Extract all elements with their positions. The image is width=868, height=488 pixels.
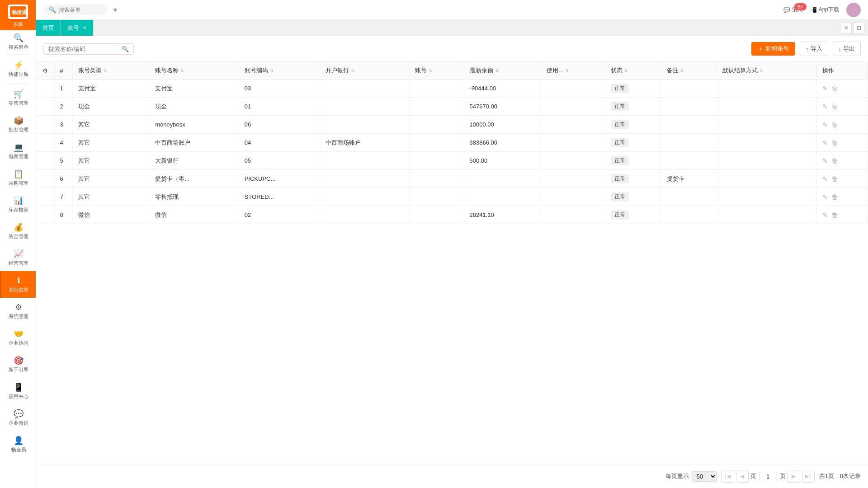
sidebar-item-search[interactable]: 🔍 搜索菜单 (0, 30, 36, 53)
delete-icon[interactable]: 🗑 (831, 175, 838, 183)
delete-icon[interactable]: 🗑 (831, 85, 838, 92)
account-search-icon[interactable]: 🔍 (122, 46, 129, 52)
add-account-button[interactable]: ＋ 新增账号 (751, 42, 795, 56)
tab-home[interactable]: 首页 (36, 20, 61, 36)
row-remark (661, 134, 717, 152)
tab-account[interactable]: 账号 ✕ (61, 20, 94, 36)
sidebar-item-guide[interactable]: 🎯 新手引导 (0, 351, 36, 378)
table-row: 4 其它 中百商场账户 04 中百商场账户 383866.00 正常 ✎ 🗑 (36, 134, 868, 152)
divider (7, 83, 28, 84)
delete-icon[interactable]: 🗑 (831, 103, 838, 110)
wechat-icon: 💬 (14, 409, 24, 419)
th-remark[interactable]: 备注⇅ (661, 62, 717, 80)
next-page-button[interactable]: ▶ (788, 470, 800, 483)
row-index: 5 (54, 152, 72, 170)
first-page-button[interactable]: |◀ (722, 470, 734, 483)
sidebar-item-label: 采购管理 (9, 180, 28, 187)
delete-icon[interactable]: 🗑 (831, 193, 838, 201)
table-header-row: ⚙ # 账号类型⇅ 账号名称⇅ 账号编码⇅ 开户银行⇅ 账号⇅ 最新余额⇅ 使用… (36, 62, 868, 80)
sidebar-item-agreement[interactable]: 🤝 企业协同 (0, 324, 36, 351)
edit-icon[interactable]: ✎ (822, 139, 828, 146)
row-settings-cell (36, 134, 54, 152)
account-search-input[interactable] (48, 46, 119, 52)
topbar-search-input[interactable] (59, 7, 101, 13)
th-settings[interactable]: ⚙ (36, 62, 54, 80)
sidebar-item-ecommerce[interactable]: 💻 电商管理 (0, 138, 36, 164)
user-avatar[interactable] (846, 3, 861, 17)
th-account[interactable]: 账号⇅ (409, 62, 464, 80)
row-balance: 500.00 (464, 152, 541, 170)
sidebar-item-shortcut[interactable]: ⚡ 快捷导航 (0, 56, 36, 82)
th-status[interactable]: 状态⇅ (605, 62, 661, 80)
sidebar-item-wechat[interactable]: 💬 企业微信 (0, 404, 36, 431)
dropdown-arrow-icon[interactable]: ▼ (112, 6, 118, 14)
topbar-search-icon: 🔍 (49, 6, 56, 13)
th-settlement[interactable]: 默认结算方式⇅ (717, 62, 817, 80)
tab-close-all-button[interactable]: ✕ (841, 23, 852, 33)
delete-icon[interactable]: 🗑 (831, 157, 838, 164)
search-menu-icon: 🔍 (14, 33, 24, 43)
row-usage (541, 116, 605, 134)
row-account (409, 98, 464, 116)
sidebar-item-app-center[interactable]: 📱 应用中心 (0, 378, 36, 404)
page-number-input[interactable] (759, 472, 777, 481)
row-settings-cell (36, 206, 54, 224)
ecommerce-icon: 💻 (14, 142, 24, 152)
row-code: STORED... (239, 188, 320, 206)
sidebar-item-member[interactable]: 👤 畅会员 (0, 431, 36, 458)
sidebar-item-system[interactable]: ⚙ 系统管理 (0, 298, 36, 324)
export-label: 导出 (843, 45, 855, 53)
row-type: 其它 (72, 188, 150, 206)
sidebar-item-label: 快捷导航 (9, 71, 28, 78)
last-page-button[interactable]: ▶| (802, 470, 815, 483)
row-type: 现金 (72, 98, 150, 116)
app-download-label: App下载 (819, 6, 839, 14)
delete-icon[interactable]: 🗑 (831, 211, 838, 219)
export-button[interactable]: ↓ 导出 (833, 42, 861, 56)
sidebar-item-finance[interactable]: 💰 资金管理 (0, 218, 36, 244)
row-balance: 383866.00 (464, 134, 541, 152)
edit-icon[interactable]: ✎ (822, 211, 828, 219)
sidebar-item-inventory[interactable]: 📊 库存核算 (0, 191, 36, 218)
row-name: 提货卡（零... (150, 170, 239, 188)
prev-page-button[interactable]: ◀ (736, 470, 749, 483)
delete-icon[interactable]: 🗑 (831, 139, 838, 146)
tabbar: 首页 账号 ✕ ✕ ⊡ (36, 20, 868, 36)
sidebar-item-wholesale[interactable]: 📦 批发管理 (0, 111, 36, 138)
tab-restore-button[interactable]: ⊡ (854, 23, 864, 33)
row-name: 支付宝 (150, 80, 239, 98)
th-code[interactable]: 账号编码⇅ (239, 62, 320, 80)
sidebar-item-operations[interactable]: 📈 经营管理 (0, 244, 36, 271)
per-page-label: 每页显示 (665, 472, 689, 480)
th-bank[interactable]: 开户银行⇅ (320, 62, 410, 80)
th-balance[interactable]: 最新余额⇅ (464, 62, 541, 80)
row-balance: 10000.00 (464, 116, 541, 134)
topbar-search[interactable]: 🔍 (43, 5, 107, 15)
edit-icon[interactable]: ✎ (822, 121, 828, 128)
th-name[interactable]: 账号名称⇅ (150, 62, 239, 80)
column-settings-icon[interactable]: ⚙ (42, 67, 48, 74)
sidebar-item-basic[interactable]: ℹ 基础信息 (0, 271, 36, 298)
row-balance: 28241.10 (464, 206, 541, 224)
sidebar-item-label: 基础信息 (9, 286, 28, 293)
wholesale-icon: 📦 (14, 116, 24, 126)
th-type[interactable]: 账号类型⇅ (72, 62, 150, 80)
row-type: 其它 (72, 116, 150, 134)
sidebar-item-label: 电商管理 (9, 153, 28, 160)
import-button[interactable]: ↑ 导入 (800, 42, 828, 56)
edit-icon[interactable]: ✎ (822, 175, 828, 183)
row-bank (320, 188, 410, 206)
edit-icon[interactable]: ✎ (822, 85, 828, 92)
edit-icon[interactable]: ✎ (822, 103, 828, 110)
th-usage[interactable]: 使用...⇅ (541, 62, 605, 80)
edit-icon[interactable]: ✎ (822, 193, 828, 201)
edit-icon[interactable]: ✎ (822, 157, 828, 164)
app-download-button[interactable]: 📲 App下载 (810, 6, 839, 14)
per-page-select[interactable]: 50 20 100 (692, 471, 717, 482)
message-button[interactable]: 💬 消息 99+ (783, 6, 803, 14)
delete-icon[interactable]: 🗑 (831, 121, 838, 128)
tab-close-icon[interactable]: ✕ (83, 25, 87, 31)
sidebar-item-retail[interactable]: 🛒 零售管理 (0, 84, 36, 111)
sidebar-item-purchase[interactable]: 📋 采购管理 (0, 164, 36, 191)
account-search-box[interactable]: 🔍 (43, 43, 134, 55)
